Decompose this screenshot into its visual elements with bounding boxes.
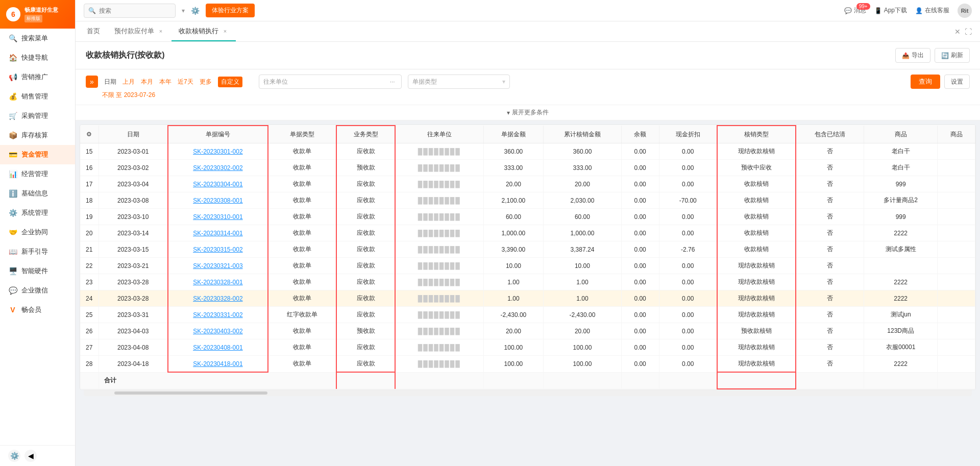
partner-input[interactable]: [290, 78, 388, 85]
cell-partner: ████████: [395, 192, 483, 209]
app-download-button[interactable]: 📱 App下载: [874, 6, 907, 15]
settings-footer-icon[interactable]: ⚙️: [8, 450, 20, 462]
table-row[interactable]: 222023-03-21SK-20230321-003收款单应收款███████…: [80, 258, 975, 274]
cell-docno[interactable]: SK-20230314-001: [168, 225, 268, 241]
sidebar-item-label: 快捷导航: [21, 53, 48, 62]
table-row[interactable]: 212023-03-15SK-20230315-002收款单应收款███████…: [80, 241, 975, 258]
sidebar-item-quicknav[interactable]: 🏠 快捷导航: [0, 48, 75, 67]
cell-docno[interactable]: SK-20230403-002: [168, 323, 268, 339]
search-input[interactable]: [99, 7, 171, 14]
cell-writtenoff: 3,387.24: [544, 241, 622, 258]
refresh-icon: 🔄: [941, 52, 949, 59]
refresh-button[interactable]: 🔄 刷新: [935, 48, 970, 63]
doctype-filter[interactable]: 单据类型 ▾: [408, 75, 510, 89]
tab-prepay-close-icon[interactable]: ×: [157, 28, 164, 35]
cell-product1: 衣服00001: [864, 339, 938, 356]
table-row[interactable]: 152023-03-01SK-20230301-002收款单应收款███████…: [80, 143, 975, 160]
search-icon: 🔍: [88, 7, 96, 14]
service-button[interactable]: 👤 在线客服: [915, 6, 949, 15]
horizontal-scrollbar[interactable]: [84, 390, 972, 396]
cell-docno[interactable]: SK-20230331-002: [168, 307, 268, 323]
table-row[interactable]: 202023-03-14SK-20230314-001收款单应收款███████…: [80, 225, 975, 241]
partner-more-icon[interactable]: ···: [388, 78, 397, 85]
sidebar-item-member[interactable]: V 畅会员: [0, 300, 75, 320]
table-row[interactable]: 282023-04-18SK-20230418-001收款单应收款███████…: [80, 356, 975, 373]
table-row[interactable]: 232023-03-28SK-20230328-001收款单应收款███████…: [80, 274, 975, 290]
tab-prepay-label: 预付款应付单: [114, 27, 154, 36]
sidebar-item-finance[interactable]: 💳 资金管理: [0, 145, 75, 164]
date-range-display: 不限 至 2023-07-26: [86, 91, 970, 100]
user-avatar[interactable]: Rit: [958, 4, 972, 18]
topbar-search[interactable]: 🔍: [84, 4, 176, 18]
sidebar-item-label: 企业微信: [21, 286, 48, 295]
sidebar-item-system[interactable]: ⚙️ 系统管理: [0, 203, 75, 223]
cell-settled: 否: [796, 143, 864, 160]
cell-docno[interactable]: SK-20230328-001: [168, 274, 268, 290]
column-settings-icon[interactable]: ⚙: [80, 126, 99, 143]
query-button[interactable]: 查询: [911, 75, 940, 89]
scrollbar-thumb[interactable]: [114, 391, 267, 395]
sidebar-item-enterprise[interactable]: 🤝 企业协同: [0, 223, 75, 242]
table-row[interactable]: 262023-04-03SK-20230403-002收款单预收款███████…: [80, 323, 975, 339]
cell-docno[interactable]: SK-20230321-003: [168, 258, 268, 274]
table-row[interactable]: 172023-03-04SK-20230304-001收款单应收款███████…: [80, 176, 975, 192]
sidebar-item-hardware[interactable]: 🖥️ 智能硬件: [0, 261, 75, 281]
settings-button[interactable]: 设置: [944, 75, 970, 89]
collapse-icon[interactable]: ◀: [24, 450, 37, 462]
cell-writtenoff: 20.00: [544, 176, 622, 192]
sidebar-item-search[interactable]: 🔍 搜索菜单: [0, 29, 75, 48]
table-row[interactable]: 182023-03-08SK-20230308-001收款单应收款███████…: [80, 192, 975, 209]
sidebar-item-marketing[interactable]: 📢 营销推广: [0, 67, 75, 87]
cell-balance: 0.00: [621, 176, 659, 192]
last-month-link[interactable]: 上月: [122, 78, 135, 86]
tab-prepay[interactable]: 预付款应付单 ×: [107, 21, 172, 41]
expand-more-bar[interactable]: ▾ 展开更多条件: [76, 105, 980, 120]
cell-date: 2023-03-10: [99, 209, 168, 225]
cell-docno[interactable]: SK-20230408-001: [168, 339, 268, 356]
table-row[interactable]: 192023-03-10SK-20230310-001收款单应收款███████…: [80, 209, 975, 225]
cell-docno[interactable]: SK-20230308-001: [168, 192, 268, 209]
tab-close-all-icon[interactable]: ✕: [954, 28, 961, 36]
tab-receipts-label: 收款核销执行: [179, 27, 218, 36]
more-link[interactable]: 更多: [200, 78, 212, 86]
cell-docno[interactable]: SK-20230315-002: [168, 241, 268, 258]
dropdown-arrow-icon[interactable]: ▾: [182, 7, 185, 14]
cell-product1: 123D商品: [864, 323, 938, 339]
topbar-gear-icon[interactable]: ⚙️: [191, 7, 200, 15]
tab-expand-icon[interactable]: ⛶: [965, 28, 972, 36]
table-row[interactable]: 272023-04-08SK-20230408-001收款单应收款███████…: [80, 339, 975, 356]
cell-docno[interactable]: SK-20230301-002: [168, 143, 268, 160]
table-row[interactable]: 242023-03-28SK-20230328-002收款单应收款███████…: [80, 290, 975, 307]
export-button[interactable]: 📤 导出: [895, 48, 930, 63]
cell-docno[interactable]: SK-20230304-001: [168, 176, 268, 192]
cell-discount: -2.76: [659, 241, 717, 258]
cell-docno[interactable]: SK-20230302-002: [168, 160, 268, 176]
custom-date-button[interactable]: 自定义: [218, 77, 242, 87]
sidebar-item-sales[interactable]: 💰 销售管理: [0, 87, 75, 106]
cell-docno[interactable]: SK-20230328-002: [168, 290, 268, 307]
cell-docno[interactable]: SK-20230310-001: [168, 209, 268, 225]
last7-link[interactable]: 近7天: [178, 78, 193, 86]
filter-toggle-button[interactable]: »: [86, 76, 98, 88]
table-row[interactable]: 252023-03-31SK-20230331-002红字收款单应收款█████…: [80, 307, 975, 323]
this-month-link[interactable]: 本月: [141, 78, 153, 86]
sidebar-item-basicinfo[interactable]: ℹ️ 基础信息: [0, 184, 75, 203]
cell-product2: [938, 143, 975, 160]
cell-docno[interactable]: SK-20230418-001: [168, 356, 268, 373]
cell-product2: [938, 192, 975, 209]
tab-receipts[interactable]: 收款核销执行 ×: [172, 21, 236, 41]
cell-biztype: 应收款: [336, 339, 395, 356]
sidebar-item-guide[interactable]: 📖 新手引导: [0, 242, 75, 261]
sidebar-item-operations[interactable]: 📊 经营管理: [0, 164, 75, 184]
solution-button[interactable]: 体验行业方案: [206, 4, 255, 17]
sidebar-item-purchase[interactable]: 🛒 采购管理: [0, 106, 75, 126]
sidebar-item-inventory[interactable]: 📦 库存核算: [0, 126, 75, 145]
tab-receipts-close-icon[interactable]: ×: [222, 28, 229, 35]
tab-home[interactable]: 首页: [80, 21, 107, 41]
table-row[interactable]: 162023-03-02SK-20230302-002收款单预收款███████…: [80, 160, 975, 176]
sidebar-item-wechat[interactable]: 💬 企业微信: [0, 281, 75, 300]
message-button[interactable]: 💬 消息 99+: [844, 6, 866, 15]
cell-writtenoff: 360.00: [544, 143, 622, 160]
this-year-link[interactable]: 本年: [159, 78, 172, 86]
partner-filter[interactable]: 往来单位 ···: [259, 75, 402, 89]
